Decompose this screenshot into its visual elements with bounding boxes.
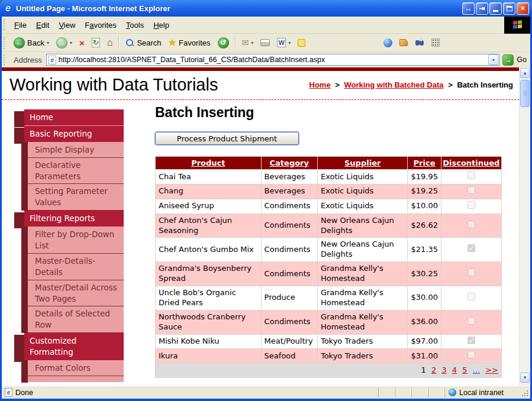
go-label[interactable]: Go bbox=[517, 56, 528, 64]
close-button[interactable]: × bbox=[517, 2, 529, 15]
sidebar-item-master-details-details[interactable]: Master-Details-Details bbox=[28, 254, 124, 280]
window-controls: ↔ ⇥ × bbox=[462, 2, 529, 15]
menu-file[interactable]: File bbox=[9, 18, 31, 32]
cell-price: $26.62 bbox=[408, 214, 441, 238]
cell-price: $30.25 bbox=[408, 262, 441, 286]
breadcrumb-home-link[interactable]: Home bbox=[309, 80, 331, 89]
cell-discontinued bbox=[441, 170, 501, 185]
find-button[interactable] bbox=[412, 38, 427, 47]
scroll-up-button[interactable]: ▲ bbox=[520, 68, 530, 78]
cell-supplier: Grandma Kelly's Homestead bbox=[317, 286, 408, 311]
sort-category-header[interactable]: Category bbox=[261, 157, 317, 170]
browser-window: e Untitled Page - Microsoft Internet Exp… bbox=[0, 0, 532, 401]
address-dropdown-button[interactable]: ▾ bbox=[488, 54, 498, 65]
pop-out-button[interactable]: ⇥ bbox=[476, 2, 488, 15]
sidebar-item-declarative-parameters[interactable]: Declarative Parameters bbox=[28, 158, 124, 185]
menu-favorites[interactable]: Favorites bbox=[80, 18, 121, 32]
breadcrumb-section-link[interactable]: Working with Batched Data bbox=[344, 80, 443, 89]
forward-dropdown-icon: ▾ bbox=[70, 40, 72, 46]
search-button[interactable]: Search bbox=[122, 37, 164, 48]
resize-grip[interactable] bbox=[520, 388, 529, 397]
pager-page-5-link[interactable]: 5 bbox=[462, 366, 467, 374]
scroll-down-button[interactable]: ▼ bbox=[520, 373, 530, 383]
process-product-shipment-button[interactable]: Process Product Shipment bbox=[155, 132, 299, 145]
go-button[interactable]: → bbox=[502, 54, 514, 66]
sort-price-header[interactable]: Price bbox=[408, 157, 441, 170]
sidebar-item-home[interactable]: Home bbox=[24, 109, 124, 126]
cell-product: Aniseed Syrup bbox=[156, 199, 262, 214]
table-row: Aniseed Syrup Condiments Exotic Liquids … bbox=[156, 199, 502, 214]
vertical-scrollbar[interactable]: ▲ ▼ bbox=[519, 67, 530, 386]
scrollbar-thumb[interactable] bbox=[520, 80, 530, 107]
table-row: Chef Anton's Cajun Seasoning Condiments … bbox=[156, 214, 502, 238]
search-icon bbox=[125, 38, 134, 47]
cell-product: Chef Anton's Cajun Seasoning bbox=[156, 214, 262, 238]
menu-tools[interactable]: Tools bbox=[121, 18, 149, 32]
cell-category: Condiments bbox=[261, 214, 317, 238]
sidebar-item-details-of-selected-row[interactable]: Details of Selected Row bbox=[28, 306, 124, 333]
refresh-icon: ↻ bbox=[92, 38, 100, 47]
address-input[interactable]: e http://localhost:2810/ASPNET_Data_Tuto… bbox=[46, 54, 500, 66]
toolbar-grip[interactable] bbox=[4, 37, 7, 49]
horizontal-resize-button[interactable]: ↔ bbox=[462, 2, 475, 15]
research-button[interactable] bbox=[396, 38, 411, 47]
snippet-tool-button[interactable] bbox=[428, 37, 443, 48]
refresh-button[interactable]: ↻ bbox=[89, 37, 103, 48]
stop-button[interactable]: × bbox=[76, 37, 88, 49]
pager-ellipsis-link[interactable]: ... bbox=[473, 366, 480, 374]
back-button[interactable]: ← Back ▾ bbox=[11, 36, 52, 50]
cell-product: Chai Tea bbox=[156, 170, 262, 185]
sort-product-header[interactable]: Product bbox=[156, 157, 262, 170]
page-header: Working with Data Tutorials Home > Worki… bbox=[2, 71, 519, 98]
pager-page-2-link[interactable]: 2 bbox=[431, 366, 436, 374]
cell-price: $30.00 bbox=[408, 286, 441, 311]
sidebar-item-master-detail-across-two-pages[interactable]: Master/Detail Across Two Pages bbox=[28, 280, 124, 307]
pager-page-3-link[interactable]: 3 bbox=[441, 366, 446, 374]
close-icon: × bbox=[521, 4, 525, 12]
cell-discontinued bbox=[441, 199, 501, 214]
binoculars-icon bbox=[415, 39, 424, 46]
toolbar-grip[interactable] bbox=[4, 19, 7, 31]
history-button[interactable]: ↺ bbox=[215, 36, 232, 50]
cell-category: Beverages bbox=[261, 170, 317, 185]
minimize-button[interactable] bbox=[489, 2, 502, 15]
cell-discontinued bbox=[441, 310, 501, 334]
mail-button[interactable]: ✉ ▾ bbox=[239, 37, 257, 48]
sidebar-item-customized-formatting[interactable]: Customized Formatting bbox=[24, 333, 124, 361]
search-label: Search bbox=[137, 38, 161, 47]
discontinued-checkbox bbox=[467, 293, 475, 300]
forward-button[interactable]: → ▾ bbox=[53, 36, 75, 50]
sort-supplier-header[interactable]: Supplier bbox=[317, 157, 408, 170]
menu-help[interactable]: Help bbox=[149, 18, 174, 32]
print-button[interactable] bbox=[257, 38, 273, 47]
sidebar-item-basic-reporting[interactable]: Basic Reporting bbox=[24, 126, 124, 143]
sidebar-item-simple-display[interactable]: Simple Display bbox=[28, 143, 124, 158]
cell-product: Uncle Bob's Organic Dried Pears bbox=[156, 286, 262, 311]
favorites-button[interactable]: ★ Favorites bbox=[166, 36, 214, 49]
edit-with-word-button[interactable]: W ▾ bbox=[274, 37, 294, 48]
messenger-button[interactable] bbox=[381, 37, 395, 48]
minimize-icon bbox=[493, 10, 498, 12]
stop-icon: × bbox=[79, 38, 85, 48]
menu-view[interactable]: View bbox=[54, 18, 80, 32]
maximize-button[interactable] bbox=[503, 2, 515, 15]
security-zone-pane: Local intranet bbox=[444, 388, 520, 397]
sidebar-item-setting-parameter-values[interactable]: Setting Parameter Values bbox=[28, 184, 124, 211]
cell-product: Ikura bbox=[156, 349, 262, 364]
cell-discontinued bbox=[441, 184, 501, 199]
mail-dropdown-icon: ▾ bbox=[251, 40, 253, 46]
sidebar-item-format-colors[interactable]: Format Colors bbox=[28, 361, 124, 376]
sidebar-item-filter-by-drop-down-list[interactable]: Filter by Drop-Down List bbox=[28, 227, 124, 254]
pager-page-4-link[interactable]: 4 bbox=[452, 366, 457, 374]
pager-next-link[interactable]: >> bbox=[485, 366, 498, 374]
sort-discontinued-header[interactable]: Discontinued bbox=[441, 157, 501, 170]
home-button[interactable]: ⌂ bbox=[104, 36, 116, 49]
discuss-button[interactable] bbox=[295, 38, 308, 48]
menu-edit[interactable]: Edit bbox=[31, 18, 54, 32]
history-icon: ↺ bbox=[218, 37, 229, 48]
messenger-sphere-icon bbox=[383, 38, 392, 47]
products-gridview: Product Category Supplier Price Disconti… bbox=[155, 156, 502, 378]
toolbar-grip[interactable] bbox=[4, 54, 7, 65]
sidebar-item-filtering-reports[interactable]: Filtering Reports bbox=[24, 211, 124, 227]
status-pane bbox=[428, 388, 444, 397]
